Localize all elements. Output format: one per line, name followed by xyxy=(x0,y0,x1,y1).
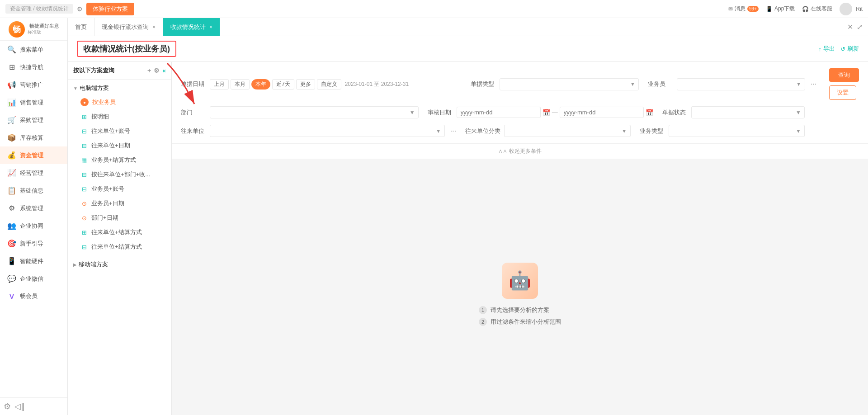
scheme-item-unit-account[interactable]: ⊟ 往来单位+账号 xyxy=(68,124,171,138)
active-dot-icon: ● xyxy=(80,98,89,106)
scheme-settings-button[interactable]: ⚙ xyxy=(154,67,160,74)
salesperson-select-wrapper: ▼ xyxy=(677,78,805,90)
settings-icon[interactable]: ⚙ xyxy=(77,5,83,13)
counterpart-select[interactable] xyxy=(210,125,445,137)
message-label: 消息 xyxy=(735,5,745,13)
filter-audit-date: 审核日期 📅 — 📅 xyxy=(428,107,653,118)
trial-button[interactable]: 体验行业方案 xyxy=(86,3,134,15)
date-btn-custom[interactable]: 自定义 xyxy=(317,79,341,90)
tab-receipt-stats[interactable]: 收款情况统计 × xyxy=(163,18,220,36)
page-title: 收款情况统计(按业务员) xyxy=(83,44,170,53)
dept-select[interactable] xyxy=(210,106,419,118)
online-service-action[interactable]: 🎧 在线客服 xyxy=(802,5,832,13)
sidebar-item-label: 基础信息 xyxy=(20,187,43,195)
collapse-more-conditions[interactable]: ∧∧ 收起更多条件 xyxy=(172,143,868,159)
tab-bank-flow-close[interactable]: × xyxy=(152,24,156,30)
message-action[interactable]: ✉ 消息 99+ xyxy=(728,5,759,13)
tab-home[interactable]: 首页 xyxy=(68,18,94,36)
top-bar-actions: ✉ 消息 99+ 📱 App下载 🎧 在线客服 Rit xyxy=(728,3,863,15)
scheme-icon: ⊞ xyxy=(80,113,88,120)
sidebar-item-purchase[interactable]: 🛒 采购管理 xyxy=(0,111,67,129)
tab-receipt-stats-close[interactable]: × xyxy=(209,24,212,30)
query-button[interactable]: 查询 xyxy=(829,68,859,82)
sidebar-item-member[interactable]: V 畅会员 xyxy=(0,288,67,305)
sidebar-item-guide[interactable]: 🎯 新手引导 xyxy=(0,235,67,252)
scheme-item-label: 部门+日期 xyxy=(91,214,118,222)
pc-group-label: 电脑端方案 xyxy=(80,84,109,92)
sidebar-item-search[interactable]: 🔍 搜索菜单 xyxy=(0,41,67,58)
scheme-item-label: 按往来单位+部门+收... xyxy=(91,170,150,179)
left-panel-header: 按以下方案查询 + ⚙ « xyxy=(68,62,171,80)
sidebar-item-label: 企业微信 xyxy=(20,275,43,283)
sidebar-item-marketing[interactable]: 📢 营销推广 xyxy=(0,76,67,94)
left-panel: 按以下方案查询 + ⚙ « ▼ 电脑端方案 ● xyxy=(68,62,172,415)
purchase-icon: 🛒 xyxy=(7,116,16,124)
scheme-item-unit-settlement2[interactable]: ⊟ 往来单位+结算方式 xyxy=(68,240,171,254)
counterpart-category-select[interactable] xyxy=(504,125,630,137)
filter-doc-status: 单据状态 ▼ xyxy=(662,106,805,118)
export-button[interactable]: ↑ 导出 xyxy=(819,45,835,53)
sidebar-item-enterprise[interactable]: 👥 企业协同 xyxy=(0,217,67,235)
date-btn-more[interactable]: 更多 xyxy=(296,79,315,90)
sidebar-item-hardware[interactable]: 📱 智能硬件 xyxy=(0,252,67,270)
headset-icon: 🎧 xyxy=(802,6,809,12)
expand-icon[interactable]: ◁‖ xyxy=(14,401,25,411)
doc-type-select[interactable] xyxy=(500,78,639,90)
scheme-item-unit-dept-recv[interactable]: ⊟ 按往来单位+部门+收... xyxy=(68,167,171,182)
scheme-group-mobile-header[interactable]: ▶ 移动端方案 xyxy=(68,258,171,271)
audit-date-label: 审核日期 xyxy=(428,108,453,117)
sidebar-item-system[interactable]: ⚙ 系统管理 xyxy=(0,199,67,217)
scheme-item-by-salesperson[interactable]: ● 按业务员 xyxy=(68,95,171,109)
filter-row-3: 往来单位 ▼ ··· 往来单位分类 xyxy=(181,125,859,137)
collapse-panel-button[interactable]: « xyxy=(162,67,166,74)
sidebar-item-wechat[interactable]: 💬 企业微信 xyxy=(0,270,67,288)
date-btn-last-month[interactable]: 上月 xyxy=(210,79,229,90)
scheme-group-mobile: ▶ 移动端方案 xyxy=(68,256,171,273)
scheme-item-salesperson-settlement[interactable]: ▦ 业务员+结算方式 xyxy=(68,153,171,167)
sidebar-item-finance[interactable]: 💰 资金管理 xyxy=(0,146,67,164)
scheme-icon: ⊟ xyxy=(80,186,88,193)
app-download-action[interactable]: 📱 App下载 xyxy=(766,5,795,13)
date-btn-7days[interactable]: 近7天 xyxy=(272,79,294,90)
scheme-group-pc-header[interactable]: ▼ 电脑端方案 xyxy=(68,81,171,95)
scheme-item-by-detail[interactable]: ⊞ 按明细 xyxy=(68,109,171,124)
refresh-button[interactable]: ↺ 刷新 xyxy=(840,45,859,53)
salesperson-select[interactable] xyxy=(677,78,805,90)
setting-button[interactable]: 设置 xyxy=(829,85,856,100)
doc-status-select[interactable] xyxy=(691,106,805,118)
scheme-item-dept-date[interactable]: ⊙ 部门+日期 xyxy=(68,211,171,225)
sidebar-item-quicknav[interactable]: ⊞ 快捷导航 xyxy=(0,58,67,76)
add-scheme-button[interactable]: + xyxy=(147,67,151,74)
biz-type-select[interactable] xyxy=(669,125,805,137)
close-window-icon[interactable]: ✕ xyxy=(847,23,853,31)
audit-date-start-cal-icon[interactable]: 📅 xyxy=(542,109,550,116)
refresh-icon: ↺ xyxy=(840,46,845,52)
maximize-icon[interactable]: ⤢ xyxy=(857,23,863,31)
page-header-right: ↑ 导出 ↺ 刷新 xyxy=(819,45,859,53)
settings-bottom-icon[interactable]: ⚙ xyxy=(4,401,11,411)
sidebar-item-inventory[interactable]: 📦 库存核算 xyxy=(0,129,67,146)
salesperson-more-icon[interactable]: ··· xyxy=(811,80,816,88)
export-icon: ↑ xyxy=(819,46,822,52)
sidebar-item-operation[interactable]: 📈 经营管理 xyxy=(0,164,67,182)
tab-bank-flow[interactable]: 现金银行流水查询 × xyxy=(94,18,163,36)
date-btn-this-year[interactable]: 本年 xyxy=(251,79,270,90)
user-profile[interactable]: Rit xyxy=(840,3,863,15)
audit-date-end[interactable] xyxy=(560,107,644,118)
sidebar-item-sales[interactable]: 📊 销售管理 xyxy=(0,94,67,111)
counterpart-more-icon[interactable]: ··· xyxy=(450,127,456,135)
sidebar-item-basicinfo[interactable]: 📋 基础信息 xyxy=(0,182,67,199)
scheme-item-salesperson-account[interactable]: ⊟ 业务员+账号 xyxy=(68,182,171,196)
basicinfo-icon: 📋 xyxy=(7,186,16,195)
scheme-item-label: 往来单位+结算方式 xyxy=(91,228,142,236)
date-btn-this-month[interactable]: 本月 xyxy=(231,79,250,90)
audit-date-start[interactable] xyxy=(457,107,541,118)
search-icon: 🔍 xyxy=(7,45,16,54)
scheme-item-unit-settlement1[interactable]: ⊞ 往来单位+结算方式 xyxy=(68,225,171,240)
app-download-label: App下载 xyxy=(774,5,795,13)
filter-biz-type: 业务类型 ▼ xyxy=(640,125,805,137)
scheme-item-salesperson-date[interactable]: ⊙ 业务员+日期 xyxy=(68,196,171,211)
scheme-item-unit-date[interactable]: ⊟ 往来单位+日期 xyxy=(68,138,171,153)
step-number-1: 1 xyxy=(479,306,487,314)
audit-date-end-cal-icon[interactable]: 📅 xyxy=(646,109,653,116)
